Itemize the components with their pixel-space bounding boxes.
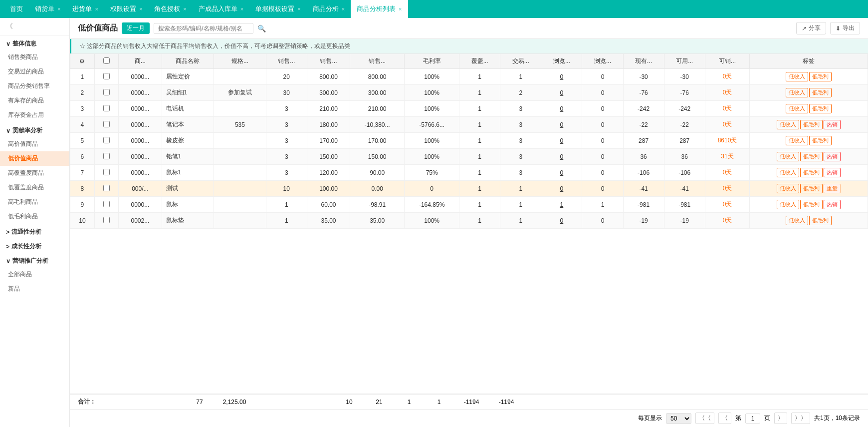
row-checkbox[interactable] bbox=[103, 137, 110, 143]
browse-link[interactable]: 0 bbox=[560, 121, 564, 128]
row-checkbox[interactable] bbox=[103, 121, 110, 127]
close-icon[interactable]: × bbox=[240, 6, 243, 12]
row-checkbox[interactable] bbox=[103, 73, 110, 79]
nav-sales-order[interactable]: 销货单 × bbox=[29, 0, 66, 18]
browse-link[interactable]: 0 bbox=[560, 185, 564, 192]
last-page-button[interactable]: 〉〉 bbox=[791, 413, 810, 424]
browse-link[interactable]: 0 bbox=[560, 73, 564, 80]
cell-browse1[interactable]: 1 bbox=[541, 197, 582, 213]
col-available[interactable]: 可用... bbox=[664, 54, 705, 69]
cell-checkbox[interactable] bbox=[94, 117, 118, 133]
nav-product-analysis-list[interactable]: 商品分析列表 × bbox=[351, 0, 408, 18]
sidebar-item-sales-products[interactable]: 销售类商品 bbox=[0, 50, 69, 64]
sidebar-group-contribution[interactable]: ∨ 贡献率分析 bbox=[0, 122, 69, 137]
filter-recent-month-button[interactable]: 近一月 bbox=[122, 22, 150, 34]
sidebar-item-high-value[interactable]: 高价值商品 bbox=[0, 137, 69, 151]
browse-link[interactable]: 0 bbox=[560, 153, 564, 160]
export-button[interactable]: ⬇ 导出 bbox=[830, 22, 860, 34]
cell-checkbox[interactable] bbox=[94, 149, 118, 165]
search-button[interactable]: 🔍 bbox=[257, 24, 266, 32]
close-icon[interactable]: × bbox=[57, 6, 60, 12]
share-button[interactable]: ↗ 分享 bbox=[796, 22, 826, 34]
sidebar-item-stocked-products[interactable]: 有库存的商品 bbox=[0, 93, 69, 108]
browse-link[interactable]: 0 bbox=[560, 217, 564, 224]
nav-home[interactable]: 首页 bbox=[4, 0, 29, 18]
cell-browse1[interactable]: 0 bbox=[541, 133, 582, 149]
nav-template-settings[interactable]: 单据模板设置 × bbox=[249, 0, 306, 18]
col-browse1[interactable]: 浏览... bbox=[541, 54, 582, 69]
cell-browse1[interactable]: 0 bbox=[541, 117, 582, 133]
col-current[interactable]: 现有... bbox=[623, 54, 664, 69]
sidebar-item-category-sales-rate[interactable]: 商品分类销售率 bbox=[0, 79, 69, 93]
col-gross-rate[interactable]: 毛利率 bbox=[405, 54, 459, 69]
close-icon[interactable]: × bbox=[399, 6, 402, 12]
close-icon[interactable]: × bbox=[95, 6, 98, 12]
sidebar-group-growth[interactable]: > 成长性分析 bbox=[0, 238, 69, 253]
col-sales-qty[interactable]: 销售... bbox=[266, 54, 307, 69]
col-trade[interactable]: 交易... bbox=[500, 54, 541, 69]
sidebar-item-stock-capital[interactable]: 库存资金占用 bbox=[0, 108, 69, 122]
select-all-checkbox[interactable] bbox=[103, 57, 110, 64]
nav-permission-settings[interactable]: 权限设置 × bbox=[104, 0, 148, 18]
col-saleable[interactable]: 可销... bbox=[705, 54, 750, 69]
row-checkbox[interactable] bbox=[103, 89, 110, 95]
sidebar-group-circulation[interactable]: > 流通性分析 bbox=[0, 224, 69, 238]
browse-link[interactable]: 0 bbox=[560, 89, 564, 96]
close-icon[interactable]: × bbox=[342, 6, 345, 12]
row-checkbox[interactable] bbox=[103, 185, 110, 191]
row-checkbox[interactable] bbox=[103, 105, 110, 111]
nav-product-stock[interactable]: 产成品入库单 × bbox=[193, 0, 249, 18]
cell-browse1[interactable]: 0 bbox=[541, 165, 582, 181]
col-checkbox[interactable] bbox=[94, 54, 118, 69]
row-checkbox[interactable] bbox=[103, 201, 110, 207]
col-name[interactable]: 商品名称 bbox=[162, 54, 214, 69]
col-sales-amt[interactable]: 销售... bbox=[307, 54, 350, 69]
cell-browse1[interactable]: 0 bbox=[541, 69, 582, 85]
close-icon[interactable]: × bbox=[139, 6, 142, 12]
sidebar-item-low-margin[interactable]: 低毛利商品 bbox=[0, 209, 69, 224]
col-tags[interactable]: 标签 bbox=[750, 54, 868, 69]
close-icon[interactable]: × bbox=[297, 6, 300, 12]
col-settings[interactable]: ⚙ bbox=[70, 54, 95, 69]
row-checkbox[interactable] bbox=[103, 153, 110, 159]
search-input[interactable] bbox=[154, 23, 253, 34]
sidebar-item-high-coverage[interactable]: 高覆盖度商品 bbox=[0, 166, 69, 180]
next-page-button[interactable]: 〉 bbox=[774, 413, 787, 424]
nav-purchase-order[interactable]: 进货单 × bbox=[66, 0, 104, 18]
sidebar-group-overall[interactable]: ∨ 整体信息 bbox=[0, 35, 69, 50]
cell-browse1[interactable]: 0 bbox=[541, 85, 582, 101]
first-page-button[interactable]: 〈〈 bbox=[695, 413, 714, 424]
cell-browse1[interactable]: 0 bbox=[541, 181, 582, 197]
cell-checkbox[interactable] bbox=[94, 69, 118, 85]
cell-checkbox[interactable] bbox=[94, 165, 118, 181]
col-spec[interactable]: 规格... bbox=[214, 54, 266, 69]
col-code[interactable]: 商... bbox=[119, 54, 162, 69]
col-sales-profit[interactable]: 销售... bbox=[350, 54, 405, 69]
browse-link[interactable]: 0 bbox=[560, 105, 564, 112]
sidebar-item-new-products[interactable]: 新品 bbox=[0, 282, 69, 296]
row-checkbox[interactable] bbox=[103, 217, 110, 223]
cell-checkbox[interactable] bbox=[94, 197, 118, 213]
cell-checkbox[interactable] bbox=[94, 213, 118, 229]
nav-product-analysis[interactable]: 商品分析 × bbox=[307, 0, 351, 18]
sidebar-group-marketing[interactable]: ∨ 营销推广分析 bbox=[0, 253, 69, 267]
close-icon[interactable]: × bbox=[183, 6, 186, 12]
prev-page-button[interactable]: 〈 bbox=[718, 413, 731, 424]
sidebar-item-all-products[interactable]: 全部商品 bbox=[0, 267, 69, 282]
cell-checkbox[interactable] bbox=[94, 133, 118, 149]
browse-link[interactable]: 0 bbox=[560, 169, 564, 176]
cell-checkbox[interactable] bbox=[94, 85, 118, 101]
sidebar-item-traded-products[interactable]: 交易过的商品 bbox=[0, 64, 69, 79]
cell-browse1[interactable]: 0 bbox=[541, 101, 582, 117]
cell-browse1[interactable]: 0 bbox=[541, 149, 582, 165]
cell-checkbox[interactable] bbox=[94, 101, 118, 117]
col-coverage[interactable]: 覆盖... bbox=[459, 54, 500, 69]
sidebar-item-low-value[interactable]: 低价值商品 bbox=[0, 151, 69, 166]
browse-link[interactable]: 1 bbox=[560, 201, 564, 208]
table-container[interactable]: ⚙ 商... 商品名称 规格... 销售... 销售... 销售... 毛利率 … bbox=[70, 53, 868, 394]
sidebar-item-high-margin[interactable]: 高毛利商品 bbox=[0, 195, 69, 209]
cell-checkbox[interactable] bbox=[94, 181, 118, 197]
row-checkbox[interactable] bbox=[103, 169, 110, 175]
cell-browse1[interactable]: 0 bbox=[541, 213, 582, 229]
sidebar-item-low-coverage[interactable]: 低覆盖度商品 bbox=[0, 180, 69, 195]
